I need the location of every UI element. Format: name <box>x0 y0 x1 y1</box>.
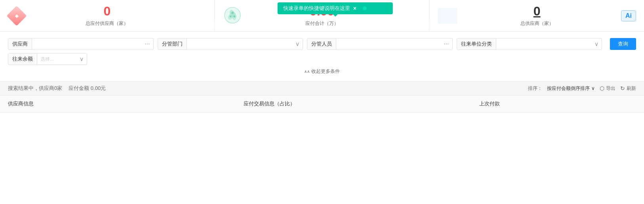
refresh-button[interactable]: ↻ 刷新 <box>620 85 636 92</box>
supplier-icon-bg <box>438 8 457 24</box>
department-filter[interactable]: 分管部门 ∨ <box>158 38 303 50</box>
person-filter[interactable]: 分管人员 ··· <box>307 38 453 50</box>
results-bar: 搜索结果中，供应商0家 应付金额 0.00元 排序： 按应付会额倒序排序 ∨ ⬡… <box>0 82 644 95</box>
sort-label: 排序： <box>528 85 542 92</box>
refresh-label: 刷新 <box>627 85 636 92</box>
supplier-label: 供应商 <box>8 38 32 50</box>
stat3-value: 0 <box>533 4 541 18</box>
unit-class-label: 往来单位分类 <box>457 38 496 50</box>
svg-point-5 <box>229 15 231 17</box>
filter-actions: 查询 <box>610 38 636 50</box>
stat-payable-total: 快速录单的快捷键说明在这里 × 0.00 应付合计（万） <box>215 0 430 31</box>
stat-payable-suppliers: ◆ 0 总应付供应商（家） <box>0 0 215 31</box>
table-col-supplier-info: 供应商信息 <box>8 100 244 107</box>
stat-total-suppliers: 0 总供应商（家） Ai <box>430 0 644 31</box>
filter-section: 供应商 ··· 分管部门 ∨ 分管人员 ··· 往来单位分类 <box>0 32 644 82</box>
sort-chevron-icon: ∨ <box>591 86 595 91</box>
person-input-area[interactable]: ··· <box>336 40 452 48</box>
svg-point-4 <box>231 11 234 14</box>
stat1-group: 0 总应付供应商（家） <box>86 4 128 27</box>
result-suppliers-count: 搜索结果中，供应商0家 <box>8 85 62 92</box>
department-input-area[interactable]: ∨ <box>187 41 303 47</box>
balance-chevron-icon[interactable]: ∨ <box>80 56 84 62</box>
unit-class-chevron-icon[interactable]: ∨ <box>594 41 598 47</box>
results-actions: 排序： 按应付会额倒序排序 ∨ ⬡ 导出 ↻ 刷新 <box>528 85 636 92</box>
person-label: 分管人员 <box>307 38 336 50</box>
export-label: 导出 <box>606 85 615 92</box>
filter-row-1: 供应商 ··· 分管部门 ∨ 分管人员 ··· 往来单位分类 <box>8 38 636 50</box>
stats-bar: ◆ 0 总应付供应商（家） 快速录单的快捷键说明在这里 × <box>0 0 644 32</box>
balance-select[interactable]: 选择... ∨ <box>37 56 87 63</box>
stat1-value: 0 <box>103 4 111 18</box>
table-col-transaction-info: 应付交易信息（占比） <box>244 100 479 107</box>
tooltip-close-btn[interactable]: × <box>353 5 356 11</box>
stat2-label: 应付合计（万） <box>305 20 339 27</box>
export-icon: ⬡ <box>600 85 604 92</box>
supplier-filter[interactable]: 供应商 ··· <box>8 38 154 50</box>
result-amount: 应付金额 0.00元 <box>69 85 106 92</box>
tooltip-text: 快速录单的快捷键说明在这里 <box>283 5 350 12</box>
collapse-button[interactable]: ∧∧ 收起更多条件 <box>299 67 345 76</box>
diamond-logo: ◆ <box>8 7 25 25</box>
balance-filter[interactable]: 往来余额 选择... ∨ <box>8 53 87 65</box>
table-body <box>0 112 644 204</box>
balance-label: 往来余额 <box>8 53 37 65</box>
department-chevron-icon[interactable]: ∨ <box>295 41 299 47</box>
tooltip-box: 快速录单的快捷键说明在这里 × <box>278 2 393 14</box>
rice-icon <box>223 6 242 25</box>
table-header: 供应商信息 应付交易信息（占比） 上次付款 <box>0 95 644 112</box>
collapse-up-icon: ∧∧ <box>304 69 310 74</box>
refresh-icon: ↻ <box>620 85 625 92</box>
collapse-label: 收起更多条件 <box>311 68 340 75</box>
results-summary: 搜索结果中，供应商0家 应付金额 0.00元 <box>8 85 106 92</box>
tooltip-line <box>372 8 387 9</box>
export-button[interactable]: ⬡ 导出 <box>600 85 615 92</box>
filter-row-2: 往来余额 选择... ∨ <box>8 53 636 65</box>
department-label: 分管部门 <box>158 38 187 50</box>
supplier-input-area[interactable]: ··· <box>32 40 153 48</box>
table-col-last-payment: 上次付款 <box>479 100 636 107</box>
sort-value: 按应付会额倒序排序 <box>547 85 590 92</box>
query-button[interactable]: 查询 <box>610 38 636 50</box>
svg-point-6 <box>233 15 235 17</box>
balance-placeholder: 选择... <box>40 56 54 63</box>
ai-badge[interactable]: Ai <box>621 10 636 21</box>
stat3-label: 总供应商（家） <box>520 20 554 27</box>
supplier-dots-icon[interactable]: ··· <box>145 40 150 48</box>
table-section: 供应商信息 应付交易信息（占比） 上次付款 <box>0 95 644 204</box>
stat1-label: 总应付供应商（家） <box>86 20 128 27</box>
tooltip-dot <box>363 6 367 10</box>
person-dots-icon[interactable]: ··· <box>444 40 449 48</box>
sort-dropdown[interactable]: 按应付会额倒序排序 ∨ <box>547 85 595 92</box>
unit-class-filter[interactable]: 往来单位分类 ∨ <box>457 38 602 50</box>
stat3-group: 0 总供应商（家） <box>520 4 554 27</box>
unit-class-input-area[interactable]: ∨ <box>496 41 602 47</box>
